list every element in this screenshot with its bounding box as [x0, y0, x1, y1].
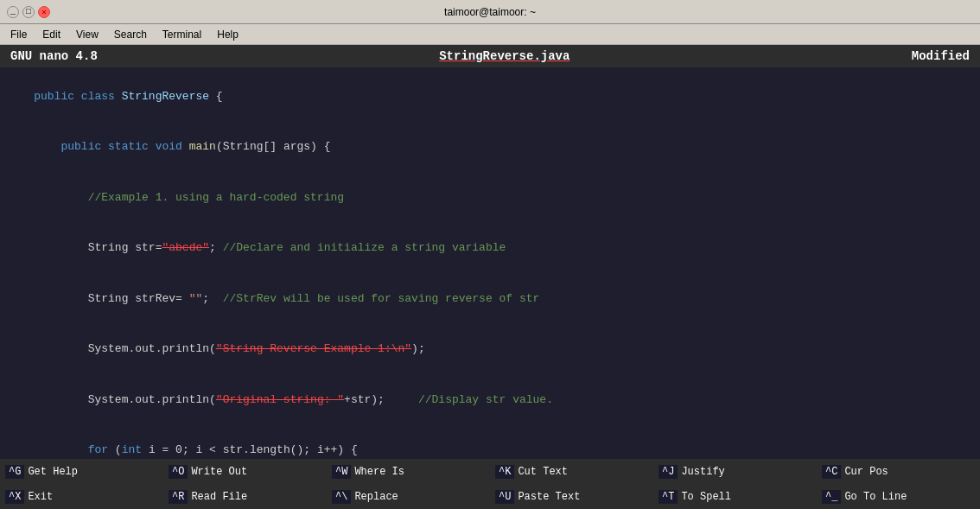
minimize-icon: _: [10, 7, 16, 16]
shortcut-justify[interactable]: ^J Justify: [653, 459, 817, 484]
close-button[interactable]: ✕: [38, 6, 50, 18]
shortcut-key-c: ^C: [822, 465, 841, 479]
title-bar: _ □ ✕ taimoor@taimoor: ~: [0, 0, 980, 24]
shortcut-label-go-to-line: Go To Line: [844, 491, 907, 503]
shortcut-key-g: ^G: [5, 465, 24, 479]
shortcut-read-file[interactable]: ^R Read File: [163, 484, 327, 509]
code-line-3: //Example 1. using a hard-coded string: [7, 172, 973, 223]
code-line-5: String strRev= ""; //StrRev will be used…: [7, 273, 973, 324]
menu-help[interactable]: Help: [210, 27, 245, 42]
menu-file[interactable]: File: [3, 27, 34, 42]
nano-modified-status: Modified: [912, 49, 970, 63]
shortcut-row-2: ^X Exit ^R Read File ^\ Replace ^U Paste…: [0, 484, 980, 509]
shortcut-label-replace: Replace: [354, 491, 398, 503]
shortcut-key-r: ^R: [169, 490, 188, 504]
shortcut-get-help[interactable]: ^G Get Help: [0, 459, 163, 484]
shortcut-label-to-spell: To Spell: [681, 491, 731, 503]
shortcut-where-is[interactable]: ^W Where Is: [327, 459, 490, 484]
shortcut-label-cut-text: Cut Text: [518, 466, 568, 478]
code-line-1: public class StringReverse {: [7, 71, 973, 122]
menu-view[interactable]: View: [69, 27, 105, 42]
minimize-button[interactable]: _: [7, 6, 19, 18]
shortcut-label-exit: Exit: [28, 491, 53, 503]
shortcut-key-t: ^T: [659, 490, 678, 504]
shortcut-key-o: ^O: [169, 465, 188, 479]
close-icon: ✕: [41, 7, 47, 17]
shortcut-key-k: ^K: [495, 465, 514, 479]
shortcut-cut-text[interactable]: ^K Cut Text: [490, 459, 653, 484]
shortcut-key-u: ^U: [495, 490, 514, 504]
shortcut-label-cur-pos: Cur Pos: [844, 466, 888, 478]
code-editor[interactable]: public class StringReverse { public stat…: [0, 67, 980, 459]
menu-edit[interactable]: Edit: [35, 27, 67, 42]
maximize-icon: □: [26, 7, 31, 16]
menu-bar: File Edit View Search Terminal Help: [0, 24, 980, 45]
shortcut-key-j: ^J: [659, 465, 678, 479]
nano-filename: StringReverse.java: [439, 49, 570, 63]
shortcut-label-get-help: Get Help: [28, 466, 78, 478]
shortcut-key-underscore: ^_: [822, 490, 841, 504]
shortcut-replace[interactable]: ^\ Replace: [327, 484, 490, 509]
shortcut-go-to-line[interactable]: ^_ Go To Line: [817, 484, 980, 509]
shortcut-label-where-is: Where Is: [354, 466, 404, 478]
shortcut-cur-pos[interactable]: ^C Cur Pos: [817, 459, 980, 484]
menu-search[interactable]: Search: [107, 27, 154, 42]
shortcut-bar: ^G Get Help ^O Write Out ^W Where Is ^K …: [0, 459, 980, 509]
nano-version: GNU nano 4.8: [10, 49, 98, 63]
code-line-4: String str="abcde"; //Declare and initia…: [7, 223, 973, 274]
shortcut-label-write-out: Write Out: [191, 466, 247, 478]
shortcut-key-backslash: ^\: [332, 490, 351, 504]
shortcut-row-1: ^G Get Help ^O Write Out ^W Where Is ^K …: [0, 459, 980, 484]
nano-header: GNU nano 4.8 StringReverse.java Modified: [0, 45, 980, 67]
code-line-7: System.out.println("Original string: "+s…: [7, 374, 973, 425]
code-line-6: System.out.println("String Reverse Examp…: [7, 324, 973, 375]
maximize-button[interactable]: □: [22, 6, 35, 18]
menu-terminal[interactable]: Terminal: [156, 27, 208, 42]
shortcut-key-w: ^W: [332, 465, 351, 479]
shortcut-label-paste-text: Paste Text: [518, 491, 580, 503]
shortcut-key-x: ^X: [5, 490, 24, 504]
code-line-8: for (int i = 0; i < str.length(); i++) {: [7, 425, 973, 460]
shortcut-to-spell[interactable]: ^T To Spell: [653, 484, 817, 509]
shortcut-paste-text[interactable]: ^U Paste Text: [490, 484, 653, 509]
shortcut-write-out[interactable]: ^O Write Out: [163, 459, 327, 484]
window-title: taimoor@taimoor: ~: [59, 6, 921, 18]
shortcut-label-justify: Justify: [681, 466, 724, 478]
shortcut-exit[interactable]: ^X Exit: [0, 484, 163, 509]
code-line-2: public static void main(String[] args) {: [7, 122, 973, 173]
shortcut-label-read-file: Read File: [191, 491, 247, 503]
